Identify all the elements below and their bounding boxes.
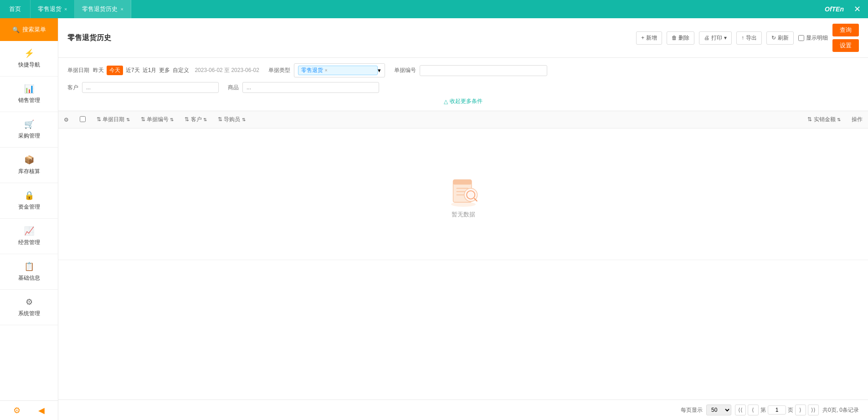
display-detail-checkbox[interactable]: 显示明细: [798, 34, 828, 42]
tab-retail-return-history-close[interactable]: ×: [120, 6, 123, 12]
top-bar-right: OfTEn ✕: [825, 4, 868, 14]
col-customer[interactable]: ⇅ 客户: [179, 111, 212, 128]
sidebar-item-quick-nav-label: 快捷导航: [18, 61, 40, 69]
search-menu-button[interactable]: 🔍 搜索菜单: [0, 18, 58, 41]
tab-retail-return-history-label: 零售退货历史: [82, 5, 118, 13]
next-page-button[interactable]: ⟩: [795, 405, 806, 415]
sidebar-footer: ⚙ ◀: [0, 400, 58, 420]
page-number-input[interactable]: [768, 405, 786, 415]
print-icon: 🖨: [704, 35, 709, 41]
tab-home[interactable]: 首页: [0, 0, 31, 18]
col-number[interactable]: ⇅ 单据编号: [135, 111, 180, 128]
setting-button[interactable]: 设置: [832, 39, 859, 52]
add-button[interactable]: + 新增: [636, 31, 662, 45]
col-settings: ⚙: [58, 111, 74, 128]
sidebar-item-purchase[interactable]: 🛒 采购管理: [0, 112, 58, 148]
filter-number: 单据编号: [394, 65, 547, 76]
empty-state: 暂无数据: [64, 133, 863, 255]
date-opt-1month[interactable]: 近1月: [143, 67, 157, 74]
inventory-icon: 📦: [24, 155, 34, 165]
brand-logo: OfTEn: [825, 5, 844, 13]
date-opt-7days[interactable]: 近7天: [126, 67, 140, 74]
tab-retail-return-history[interactable]: 零售退货历史 ×: [75, 0, 131, 18]
sidebar-item-sales[interactable]: 📊 销售管理: [0, 77, 58, 112]
number-input[interactable]: [420, 65, 547, 76]
type-tag-close[interactable]: ×: [325, 68, 328, 73]
pagination-bar: 每页显示 20 50 100 ⟨⟨ ⟨ 第 页 ⟩ ⟩⟩ 共0页, 0条记录: [58, 400, 868, 420]
display-detail-label: 显示明细: [806, 34, 828, 42]
date-opt-yesterday[interactable]: 昨天: [93, 67, 104, 74]
filter-type: 单据类型 零售退货 × ▾: [268, 63, 385, 77]
type-select[interactable]: 零售退货 × ▾: [294, 63, 385, 77]
collapse-sidebar-icon[interactable]: ◀: [38, 405, 45, 415]
display-detail-input[interactable]: [798, 35, 804, 41]
col-operation-label: 操作: [852, 116, 863, 123]
export-button[interactable]: ↑ 导出: [736, 31, 762, 45]
tab-home-label: 首页: [9, 5, 21, 13]
sidebar-item-basic[interactable]: 📋 基础信息: [0, 254, 58, 290]
collapse-row: △ 收起更多条件: [67, 97, 859, 105]
page-header: 零售退货历史 + 新增 🗑 删除 🖨 打印 ▾ ↑ 导出 ↻ 刷新: [58, 18, 868, 58]
last-page-button[interactable]: ⟩⟩: [808, 405, 819, 415]
type-tag-value: 零售退货: [301, 67, 323, 74]
col-guide[interactable]: ⇅ 导购员: [212, 111, 251, 128]
date-label: 单据日期: [67, 67, 89, 74]
sidebar-item-finance-label: 资金管理: [18, 203, 40, 211]
empty-text: 暂无数据: [452, 210, 475, 219]
sidebar-item-quick-nav[interactable]: ⚡ 快捷导航: [0, 41, 58, 77]
prev-page-button[interactable]: ⟨: [748, 405, 759, 415]
select-all-checkbox[interactable]: [80, 116, 86, 122]
filter-row-2: 客户 商品: [67, 82, 859, 93]
collapse-icon: △: [444, 98, 448, 105]
col-amount[interactable]: ⇅ 实销金额: [802, 111, 846, 128]
system-icon: ⚙: [26, 297, 33, 307]
top-bar: 首页 零售退货 × 零售退货历史 × OfTEn ✕: [0, 0, 868, 18]
query-button[interactable]: 查询: [832, 24, 859, 36]
goods-label: 商品: [228, 84, 239, 92]
search-icon: 🔍: [12, 26, 20, 33]
sidebar-item-inventory-label: 库存核算: [18, 168, 40, 175]
collapse-more-conditions[interactable]: △ 收起更多条件: [444, 97, 483, 105]
tab-retail-return[interactable]: 零售退货 ×: [31, 0, 75, 18]
close-window-button[interactable]: ✕: [854, 4, 861, 14]
header-actions: + 新增 🗑 删除 🖨 打印 ▾ ↑ 导出 ↻ 刷新 显示明细: [636, 24, 859, 52]
date-opt-today[interactable]: 今天: [107, 66, 123, 75]
collapse-label: 收起更多条件: [450, 97, 483, 105]
print-label: 打印: [711, 34, 722, 42]
tab-retail-return-close[interactable]: ×: [64, 6, 67, 12]
sidebar-item-purchase-label: 采购管理: [18, 132, 40, 140]
purchase-icon: 🛒: [24, 119, 34, 129]
sidebar-item-basic-label: 基础信息: [18, 274, 40, 282]
settings-gear-icon[interactable]: ⚙: [64, 117, 69, 123]
col-date[interactable]: ⇅ 单据日期: [91, 111, 135, 128]
delete-button[interactable]: 🗑 删除: [667, 31, 694, 45]
filter-area: 单据日期 昨天 今天 近7天 近1月 更多 自定义 2023-06-02 至 2…: [58, 58, 868, 111]
customer-label: 客户: [67, 84, 78, 92]
sidebar-items: ⚡ 快捷导航 📊 销售管理 🛒 采购管理 📦 库存核算 🔒 资金管理 📈: [0, 41, 58, 400]
first-page-button[interactable]: ⟨⟨: [735, 405, 746, 415]
refresh-button[interactable]: ↻ 刷新: [766, 31, 794, 45]
sidebar-item-finance[interactable]: 🔒 资金管理: [0, 183, 58, 219]
page-size-select[interactable]: 20 50 100: [706, 405, 731, 415]
sidebar-item-operation[interactable]: 📈 经营管理: [0, 219, 58, 254]
settings-footer-icon[interactable]: ⚙: [13, 405, 21, 415]
page-summary: 共0页, 0条记录: [822, 406, 859, 414]
query-setting-buttons: 查询 设置: [832, 24, 859, 52]
sales-icon: 📊: [24, 84, 34, 94]
empty-state-cell: 暂无数据: [58, 128, 868, 260]
export-icon: ↑: [741, 35, 744, 41]
date-opt-more[interactable]: 更多: [159, 67, 170, 74]
page-num-label: 第: [760, 406, 766, 414]
filter-row-1: 单据日期 昨天 今天 近7天 近1月 更多 自定义 2023-06-02 至 2…: [67, 63, 859, 77]
sidebar-item-system[interactable]: ⚙ 系统管理: [0, 290, 58, 325]
basic-icon: 📋: [24, 261, 34, 271]
customer-input[interactable]: [82, 82, 219, 93]
date-opt-custom[interactable]: 自定义: [173, 67, 189, 74]
type-dropdown-icon: ▾: [378, 67, 381, 74]
table-header: ⚙ ⇅ 单据日期 ⇅ 单据编号 ⇅ 客户: [58, 111, 868, 128]
sidebar-item-operation-label: 经营管理: [18, 239, 40, 246]
print-button[interactable]: 🖨 打印 ▾: [699, 31, 732, 45]
sidebar-item-inventory[interactable]: 📦 库存核算: [0, 148, 58, 183]
goods-input[interactable]: [242, 82, 379, 93]
col-number-label: ⇅ 单据编号: [141, 116, 169, 123]
